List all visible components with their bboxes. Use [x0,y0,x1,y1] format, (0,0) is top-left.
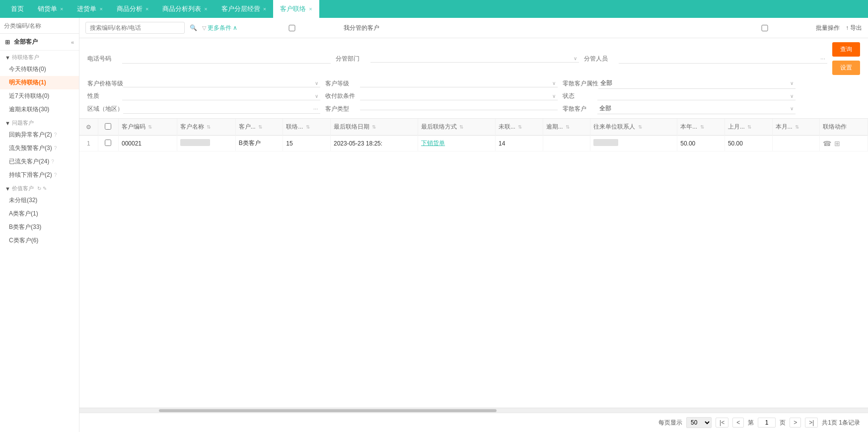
cust-type-select[interactable] [360,108,558,110]
row-checkbox-cell [98,136,118,151]
sort-icon[interactable]: ⇅ [566,124,570,130]
table-settings-col[interactable]: ⚙ [79,119,98,136]
horizontal-scrollbar[interactable] [79,408,868,413]
help-icon[interactable]: ? [54,172,57,178]
payment-select[interactable]: ∨ [360,92,558,100]
dept-select[interactable]: ∨ [370,55,579,63]
close-icon[interactable]: × [204,6,207,12]
sort-icon[interactable]: ⇅ [747,124,751,130]
sidebar-item-tomorrow-pending[interactable]: 明天待联络(1) [0,76,79,89]
search-button[interactable]: 🔍 [190,24,197,31]
sort-icon[interactable]: ⇅ [518,124,522,130]
sidebar-item-class-b[interactable]: B类客户(33) [0,220,79,234]
main-layout: 🔍 ⊞ 全部客户 « ▼ 待联络客户 今天待联络(0) 明天待联络(1) 近7天… [0,18,868,432]
nav-product-analysis-list[interactable]: 商品分析列表 × [155,0,214,18]
sidebar-item-ungrouped[interactable]: 未分组(32) [0,194,79,207]
help-icon[interactable]: ? [54,132,57,138]
cust-price-select[interactable]: ∨ [123,79,320,87]
retail-cust-select[interactable]: 全部 ∨ [597,103,796,114]
sort-icon[interactable]: ⇅ [258,124,262,130]
sidebar-item-7days-pending[interactable]: 近7天待联络(0) [0,89,79,103]
status-select[interactable]: ∨ [597,92,796,100]
row-checkbox[interactable] [105,140,111,146]
cell-type: B类客户 [235,136,283,151]
refresh-icon[interactable]: ↻ [37,186,41,191]
page-label: 第 [748,419,754,427]
sidebar-item-overdue-contact[interactable]: 逾期未联络(30) [0,103,79,116]
prev-page-button[interactable]: < [732,418,744,428]
cust-level-select[interactable]: ∨ [360,79,558,87]
grid-action-icon[interactable]: ⊞ [834,140,840,147]
query-button[interactable]: 查询 [832,42,860,57]
col-last-contact-method: 最后联络方式 ⇅ [418,119,496,136]
nav-product-analysis[interactable]: 商品分析 × [110,0,155,18]
nav-home[interactable]: 首页 [4,0,31,18]
sort-icon[interactable]: ⇅ [372,124,376,130]
sort-icon[interactable]: ⇅ [207,124,211,130]
nav-customer-layered[interactable]: 客户分层经营 × [215,0,273,18]
my-customers-checkbox[interactable] [242,25,342,31]
cell-last-contact-date: 2023-05-23 18:25: [330,136,418,151]
page-size-select[interactable]: 50 100 [686,417,712,428]
nav-purchase-order[interactable]: 进货单 × [70,0,109,18]
sidebar-item-class-a[interactable]: A类客户(1) [0,207,79,220]
sidebar-all-customers[interactable]: ⊞ 全部客户 « [0,34,79,51]
scrollbar-thumb[interactable] [159,409,497,412]
next-page-button[interactable]: > [790,418,801,428]
collapse-icon[interactable]: « [71,39,74,45]
batch-op-checkbox[interactable] [715,25,814,31]
phone-action-icon[interactable]: ☎ [823,140,831,147]
edit-icon[interactable]: ✎ [43,186,47,191]
filter-retail-attr: 零散客户属性 全部 ∨ [563,78,796,89]
sidebar-item-class-c[interactable]: C类客户(6) [0,234,79,247]
search-input[interactable] [85,22,185,34]
sidebar-item-declining[interactable]: 持续下滑客户(2) ? [0,168,79,182]
col-unit-contact: 往来单位联系人 ⇅ [590,119,677,136]
select-all-checkbox[interactable] [105,123,111,130]
person-select[interactable]: ··· [619,54,827,64]
sort-icon[interactable]: ⇅ [306,124,310,130]
close-icon[interactable]: × [145,6,148,12]
sort-icon[interactable]: ⇅ [700,124,704,130]
page-number-input[interactable] [758,418,776,428]
retail-attr-select[interactable]: 全部 ∨ [598,78,796,89]
nav-customer-contact[interactable]: 客户联络 × [273,0,319,18]
help-icon[interactable]: ? [51,159,54,164]
sidebar-item-churned[interactable]: 已流失客户(24) ? [0,155,79,168]
first-page-button[interactable]: |< [716,418,728,428]
sort-icon[interactable]: ⇅ [638,124,642,130]
sort-icon[interactable]: ⇅ [795,124,799,130]
region-select[interactable]: ··· [123,104,320,114]
nature-select[interactable]: ∨ [122,92,320,100]
col-contact-count: 联络... ⇅ [283,119,331,136]
filter-cust-type: 客户类型 [325,105,558,113]
last-page-button[interactable]: >| [805,418,818,428]
more-icon[interactable]: ··· [313,105,318,112]
more-icon[interactable]: ··· [820,55,825,62]
close-icon[interactable]: × [60,6,63,12]
my-customers-checkbox-label[interactable]: 我分管的客户 [242,24,379,32]
nav-sales-order[interactable]: 销货单 × [31,0,70,18]
close-icon[interactable]: × [99,6,102,12]
close-icon[interactable]: × [309,6,312,12]
sidebar: 🔍 ⊞ 全部客户 « ▼ 待联络客户 今天待联络(0) 明天待联络(1) 近7天… [0,18,79,432]
sidebar-item-churn-warning[interactable]: 流失预警客户(3) ? [0,142,79,155]
sort-icon[interactable]: ⇅ [459,124,463,130]
batch-operation[interactable]: 批量操作 [715,24,840,32]
sort-icon[interactable]: ⇅ [148,124,152,130]
help-icon[interactable]: ? [54,145,57,151]
phone-input[interactable] [122,54,331,64]
set-button[interactable]: 设置 [832,61,860,75]
filter-region: 区域（地区） ··· [87,104,320,114]
export-button[interactable]: ↑ 导出 [846,24,862,32]
filter-row-3: 性质 ∨ 收付款条件 ∨ 状态 [87,92,860,100]
close-icon[interactable]: × [263,6,266,12]
cell-last-contact-method[interactable]: 下销货单 [418,136,496,151]
filter-retail-cust: 零散客户 全部 ∨ [563,103,796,114]
sidebar-item-today-pending[interactable]: 今天待联络(0) [0,63,79,76]
more-conditions-button[interactable]: ▽ 更多条件 ∧ [202,24,237,32]
sidebar-item-repurchase-abnormal[interactable]: 回购异常客户(2) ? [0,128,79,142]
page-size-label: 每页显示 [658,419,682,427]
sidebar-search-input[interactable] [4,22,78,29]
filter-nature: 性质 ∨ [87,92,320,100]
